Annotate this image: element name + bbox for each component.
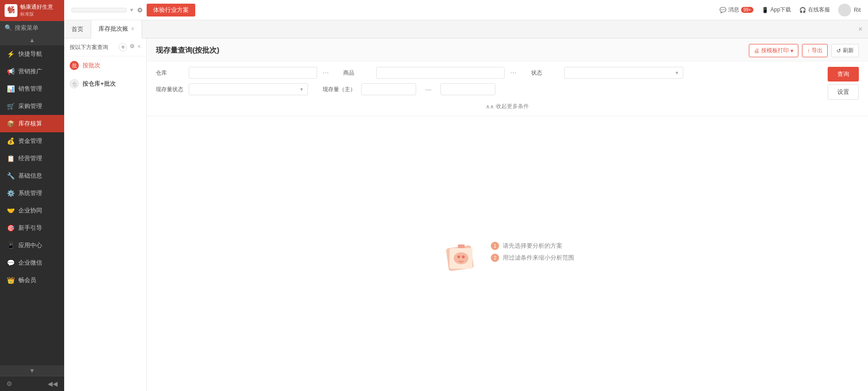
topbar-chevron-icon[interactable]: ▾ xyxy=(130,6,133,13)
sidebar-item-label: 快捷导航 xyxy=(18,50,42,58)
content-area: 按以下方案查询 + ⚙ « 批 按批次 仓 按仓库+批次 现存量查询(按批次) xyxy=(64,38,868,391)
app-info: 畅康通好生意 标准版 xyxy=(20,4,53,17)
status-label: 状态 xyxy=(531,69,559,77)
scheme-item-by-batch[interactable]: 批 按批次 xyxy=(64,56,146,75)
tab-batch-account[interactable]: 库存批次账 × xyxy=(91,20,142,38)
sidebar-item-label: 系统管理 xyxy=(18,189,42,197)
app-download-label: App下载 xyxy=(770,6,791,14)
empty-state: 1 请先选择要分析的方案 2 用过滤条件来缩小分析范围 xyxy=(147,116,868,391)
warehouse-label: 仓库 xyxy=(156,69,183,77)
product-dots-btn[interactable]: ··· xyxy=(510,69,516,77)
inventory-qty-max-input[interactable] xyxy=(440,83,495,95)
empty-illustration xyxy=(440,235,477,272)
sidebar-item-label: 畅会员 xyxy=(18,276,36,284)
inventory-status-select[interactable]: ▾ xyxy=(189,83,308,95)
topbar-gear-icon[interactable]: ⚙ xyxy=(137,6,143,14)
sidebar-item-apps[interactable]: 📱 应用中心 xyxy=(0,237,64,254)
app-edition: 标准版 xyxy=(20,11,53,17)
sidebar-item-system[interactable]: ⚙️ 系统管理 xyxy=(0,185,64,202)
tip-text-1: 请先选择要分析的方案 xyxy=(503,242,562,250)
template-print-btn[interactable]: 🖨 按模板打印 ▾ xyxy=(749,44,798,57)
sidebar-item-label: 企业微信 xyxy=(18,259,42,267)
sidebar-item-marketing[interactable]: 📢 营销推广 xyxy=(0,63,64,80)
refresh-icon: ↺ xyxy=(836,48,841,54)
warehouse-input[interactable] xyxy=(189,67,317,79)
collapse-btn[interactable]: ∧∧ 收起更多条件 xyxy=(156,100,859,110)
member-icon: 👑 xyxy=(6,277,15,284)
scheme-item-label: 按仓库+批次 xyxy=(82,80,116,88)
sidebar-item-member[interactable]: 👑 畅会员 xyxy=(0,272,64,289)
collapse-sidebar-btn[interactable]: ◀◀ xyxy=(48,380,58,387)
sidebar-item-operations[interactable]: 📋 经营管理 xyxy=(0,150,64,167)
settings-btn[interactable]: 设置 xyxy=(828,84,859,100)
tabs-close-all-btn[interactable]: × xyxy=(853,25,868,33)
headset-icon: 🎧 xyxy=(799,7,806,13)
collapse-label: 收起更多条件 xyxy=(496,103,529,110)
sidebar-item-quick-nav[interactable]: ⚡ 快捷导航 xyxy=(0,45,64,63)
purchase-icon: 🛒 xyxy=(6,103,15,110)
scheme-icon-gray: 仓 xyxy=(70,79,79,88)
sidebar-item-sales[interactable]: 📊 销售管理 xyxy=(0,80,64,98)
topbar: ▾ ⚙ 体验行业方案 💬 消息 99+ 📱 App下载 🎧 在线客服 Rit xyxy=(64,0,868,20)
add-scheme-btn[interactable]: + xyxy=(119,43,127,51)
sidebar-item-label: 企业协同 xyxy=(18,206,42,215)
app-company: 畅康通好生意 xyxy=(20,4,53,11)
sales-icon: 📊 xyxy=(6,85,15,92)
trial-button[interactable]: 体验行业方案 xyxy=(147,4,195,16)
inventory-qty-min-input[interactable] xyxy=(361,83,416,95)
inventory-status-chevron-icon: ▾ xyxy=(300,86,303,92)
product-input[interactable] xyxy=(376,67,505,79)
scheme-panel: 按以下方案查询 + ⚙ « 批 按批次 仓 按仓库+批次 xyxy=(64,38,147,391)
sidebar-item-basics[interactable]: 🔧 基础信息 xyxy=(0,167,64,185)
close-all-icon: × xyxy=(858,25,863,33)
sidebar: 畅 畅康通好生意 标准版 🔍 搜索菜单 ▲ ⚡ 快捷导航 📢 营销推广 📊 销售… xyxy=(0,0,64,391)
svg-point-4 xyxy=(462,255,465,258)
tab-batch-label: 库存批次账 xyxy=(99,25,128,33)
user-area[interactable]: Rit xyxy=(838,4,861,16)
status-select[interactable]: ▾ xyxy=(564,67,683,79)
sidebar-item-purchase[interactable]: 🛒 采购管理 xyxy=(0,98,64,115)
messages-btn[interactable]: 💬 消息 99+ xyxy=(720,6,753,14)
filter-row-inventory: 现存量状态 ▾ 现存量（主） — xyxy=(156,83,817,95)
scheme-settings-btn[interactable]: ⚙ xyxy=(130,43,135,51)
tip-text-2: 用过滤条件来缩小分析范围 xyxy=(503,254,574,262)
sidebar-item-wechat[interactable]: 💬 企业微信 xyxy=(0,254,64,272)
export-btn[interactable]: ↑ 导出 xyxy=(802,44,828,57)
warehouse-dots-btn[interactable]: ··· xyxy=(323,69,329,77)
sidebar-item-finance[interactable]: 💰 资金管理 xyxy=(0,132,64,150)
sidebar-search-item[interactable]: 🔍 搜索菜单 xyxy=(0,21,64,35)
main-area: ▾ ⚙ 体验行业方案 💬 消息 99+ 📱 App下载 🎧 在线客服 Rit xyxy=(64,0,868,391)
query-btn[interactable]: 查询 xyxy=(828,67,859,81)
basics-icon: 🔧 xyxy=(6,172,15,179)
operations-icon: 📋 xyxy=(6,155,15,162)
empty-svg xyxy=(440,235,482,277)
empty-tips: 1 请先选择要分析的方案 2 用过滤条件来缩小分析范围 xyxy=(491,242,574,266)
filter-fields: 仓库 ··· 商品 ··· 状态 ▾ xyxy=(156,67,817,95)
scroll-up-btn[interactable]: ▲ xyxy=(0,35,64,45)
settings-footer-btn[interactable]: ⚙ xyxy=(6,380,12,387)
sidebar-item-enterprise[interactable]: 🤝 企业协同 xyxy=(0,202,64,219)
scheme-item-by-warehouse-batch[interactable]: 仓 按仓库+批次 xyxy=(64,75,146,93)
scheme-panel-actions: + ⚙ « xyxy=(119,43,141,51)
tab-close-icon[interactable]: × xyxy=(131,26,134,32)
inventory-qty-label: 现存量（主） xyxy=(323,86,356,93)
refresh-label: 刷新 xyxy=(843,47,854,54)
sidebar-item-newbie[interactable]: 🎯 新手引导 xyxy=(0,219,64,237)
scroll-down-btn[interactable]: ▼ xyxy=(0,365,64,376)
inventory-qty-dash: — xyxy=(425,86,431,93)
template-print-label: 按模板打印 xyxy=(761,47,789,54)
topbar-search-box[interactable] xyxy=(71,8,126,12)
printer-icon: 🖨 xyxy=(754,48,759,54)
apps-icon: 📱 xyxy=(6,242,15,249)
refresh-btn[interactable]: ↺ 刷新 xyxy=(831,44,859,57)
scheme-collapse-btn[interactable]: « xyxy=(137,43,141,51)
online-service-btn[interactable]: 🎧 在线客服 xyxy=(799,6,830,14)
app-download-icon: 📱 xyxy=(762,7,769,13)
scheme-item-label: 按批次 xyxy=(82,61,100,70)
filter-row-warehouse: 仓库 ··· 商品 ··· 状态 ▾ xyxy=(156,67,817,79)
sidebar-footer: ⚙ ◀◀ xyxy=(0,376,64,391)
app-download-btn[interactable]: 📱 App下载 xyxy=(762,6,791,14)
tab-home[interactable]: 首页 xyxy=(64,21,91,38)
newbie-icon: 🎯 xyxy=(6,224,15,232)
sidebar-item-inventory[interactable]: 📦 库存核算 xyxy=(0,115,64,132)
